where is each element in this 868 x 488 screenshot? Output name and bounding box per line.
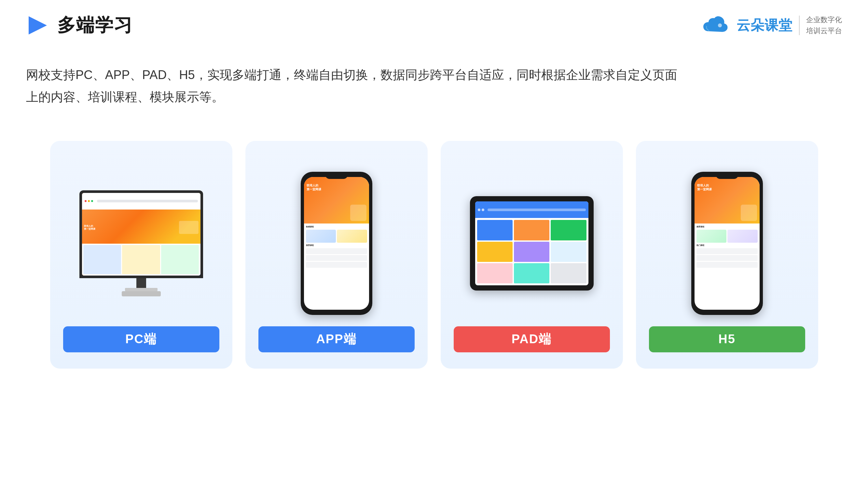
phone-h5-screen: 联培人的第一堂网课 推荐课程 热门课程 (694, 177, 760, 310)
app-label-button[interactable]: APP端 (258, 326, 415, 352)
phone-h5-list-title: 热门课程 (696, 244, 758, 247)
device-app: 联培人的第一堂网课 热销课程 推荐课程 (258, 160, 415, 326)
tablet-screen (475, 201, 588, 285)
phone-h5-notch (716, 172, 739, 179)
brand-subtitle: 企业数字化 培训云平台 (806, 15, 842, 36)
tablet (470, 196, 594, 291)
monitor-base (122, 291, 161, 296)
phone-screen: 联培人的第一堂网课 热销课程 推荐课程 (304, 177, 369, 310)
phone-h5: 联培人的第一堂网课 推荐课程 热门课程 (691, 172, 763, 315)
description: 网校支持PC、APP、PAD、H5，实现多端打通，终端自由切换，数据同步跨平台自… (0, 38, 716, 108)
h5-label-button[interactable]: H5 (649, 326, 805, 352)
card-pc: 联培人的第一堂网课 (50, 141, 232, 368)
device-pad (454, 160, 610, 326)
monitor: 联培人的第一堂网课 (80, 190, 203, 296)
monitor-frame: 联培人的第一堂网课 (80, 190, 203, 278)
logo-right: 云朵课堂 企业数字化 培训云平台 (702, 15, 842, 36)
page-title: 多端学习 (57, 13, 133, 38)
card-pad: PAD端 (441, 141, 623, 368)
header: 多端学习 云朵课堂 企业数字化 培训云平台 (0, 0, 868, 38)
pc-label-button[interactable]: PC端 (63, 326, 219, 352)
monitor-stand (125, 288, 157, 291)
phone-section-title: 热销课程 (306, 225, 367, 228)
monitor-neck (136, 278, 146, 288)
play-icon (26, 14, 50, 37)
svg-marker-0 (29, 16, 47, 34)
pad-label-button[interactable]: PAD端 (454, 326, 610, 352)
cards-container: 联培人的第一堂网课 (0, 108, 868, 368)
description-line2: 上的内容、培训课程、模块展示等。 (26, 86, 690, 108)
brand-divider (799, 15, 800, 35)
brand-name: 云朵课堂 (737, 16, 793, 34)
brand-subtitle-line1: 企业数字化 (806, 15, 842, 25)
logo-left: 多端学习 (26, 13, 133, 38)
svg-point-1 (718, 24, 722, 27)
card-app: 联培人的第一堂网课 热销课程 推荐课程 (245, 141, 428, 368)
card-h5: 联培人的第一堂网课 推荐课程 热门课程 (636, 141, 818, 368)
description-line1: 网校支持PC、APP、PAD、H5，实现多端打通，终端自由切换，数据同步跨平台自… (26, 64, 690, 86)
brand-subtitle-line2: 培训云平台 (806, 26, 842, 36)
device-h5: 联培人的第一堂网课 推荐课程 热门课程 (649, 160, 805, 326)
phone-notch (325, 172, 348, 179)
phone-app: 联培人的第一堂网课 热销课程 推荐课程 (301, 172, 372, 315)
cloud-icon (702, 15, 731, 35)
phone-list-title: 推荐课程 (306, 244, 367, 247)
monitor-screen: 联培人的第一堂网课 (82, 193, 200, 275)
yundu-brand: 云朵课堂 (702, 15, 793, 35)
phone-h5-section-title: 推荐课程 (696, 225, 758, 228)
device-pc: 联培人的第一堂网课 (63, 160, 219, 326)
